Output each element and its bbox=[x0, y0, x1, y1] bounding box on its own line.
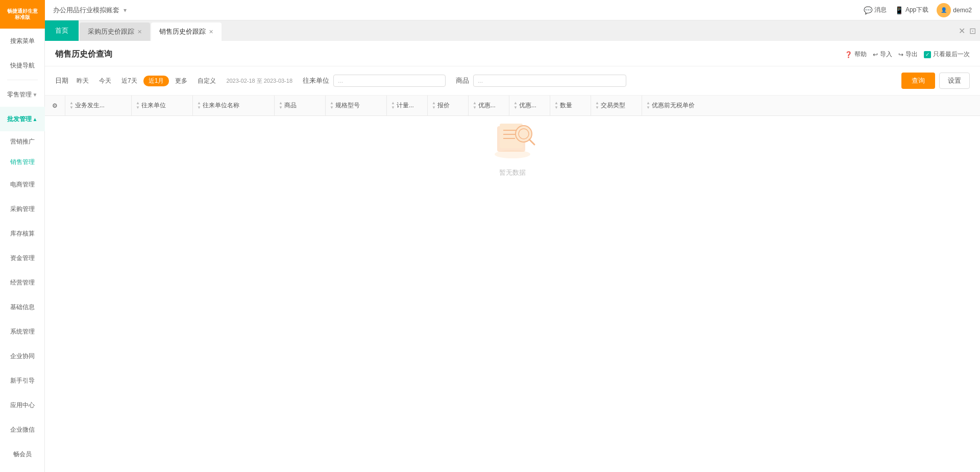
sidebar-label: 企业协同 bbox=[10, 352, 35, 361]
tab-home-label: 首页 bbox=[55, 26, 68, 35]
sidebar-item-search-menu[interactable]: 搜索菜单 bbox=[0, 29, 45, 53]
date-option-1month[interactable]: 近1月 bbox=[143, 76, 169, 86]
avatar: 👤 bbox=[937, 3, 951, 17]
sidebar-item-basic-info[interactable]: 基础信息 bbox=[0, 295, 45, 319]
date-range-text: 2023-02-18 至 2023-03-18 bbox=[226, 77, 292, 85]
sidebar-label: 新手引导 bbox=[10, 376, 35, 385]
sidebar-label: 零售管理 bbox=[7, 90, 32, 99]
sidebar-item-retail-mgmt[interactable]: 零售管理 ▼ bbox=[0, 82, 45, 107]
sort-icon: ▲▼ bbox=[391, 101, 395, 110]
sidebar-label: 采购管理 bbox=[10, 205, 35, 214]
page-content: 销售历史价查询 ❓ 帮助 ↩ 导入 ↪ 导出 ✓ 只看最后一次 bbox=[45, 41, 980, 472]
logo-text: 畅捷通好生意 bbox=[7, 8, 38, 14]
sidebar-label: 库存核算 bbox=[10, 229, 35, 238]
sidebar-label: 经营管理 bbox=[10, 278, 35, 287]
sidebar-item-wholesale-mgmt[interactable]: 批发管理 ▲ bbox=[0, 107, 45, 131]
tab-sales-history[interactable]: 销售历史价跟踪 ✕ bbox=[151, 22, 222, 41]
empty-text: 暂无数据 bbox=[499, 168, 526, 177]
setting-button[interactable]: 设置 bbox=[939, 73, 970, 89]
date-option-more[interactable]: 更多 bbox=[171, 76, 191, 86]
page-header: 销售历史价查询 ❓ 帮助 ↩ 导入 ↪ 导出 ✓ 只看最后一次 bbox=[45, 41, 980, 66]
sidebar-item-newbie-guide[interactable]: 新手引导 bbox=[0, 368, 45, 393]
tab-home[interactable]: 首页 bbox=[45, 20, 79, 41]
tab-maximize-button[interactable]: ⊡ bbox=[969, 26, 976, 36]
sort-icon: ▲▼ bbox=[432, 101, 436, 110]
empty-icon bbox=[487, 116, 538, 162]
sidebar-item-finance-mgmt[interactable]: 资金管理 bbox=[0, 246, 45, 270]
app-download-label: App下载 bbox=[905, 6, 928, 14]
tab-close-sales-icon[interactable]: ✕ bbox=[209, 29, 213, 35]
th-business-date[interactable]: ▲▼ 业务发生... bbox=[65, 96, 132, 116]
date-option-yesterday[interactable]: 昨天 bbox=[72, 76, 93, 86]
sidebar-item-enterprise-collab[interactable]: 企业协同 bbox=[0, 344, 45, 368]
chevron-up-icon: ▲ bbox=[33, 116, 38, 122]
th-label: 往来单位名称 bbox=[203, 101, 239, 110]
sort-icon: ▲▼ bbox=[513, 101, 518, 110]
date-option-today[interactable]: 今天 bbox=[95, 76, 115, 86]
sidebar-label: 快捷导航 bbox=[10, 61, 35, 70]
import-label: 导入 bbox=[880, 50, 892, 59]
th-label: 交易类型 bbox=[601, 101, 625, 110]
date-option-custom[interactable]: 自定义 bbox=[193, 76, 220, 86]
only-last-checkbox-wrapper[interactable]: ✓ 只看最后一次 bbox=[924, 50, 970, 59]
th-spec[interactable]: ▲▼ 规格型号 bbox=[326, 96, 387, 116]
tab-purchase-history[interactable]: 采购历史价跟踪 ✕ bbox=[80, 22, 150, 41]
th-trade-type[interactable]: ▲▼ 交易类型 bbox=[591, 96, 642, 116]
sidebar-item-purchase-mgmt[interactable]: 采购管理 bbox=[0, 197, 45, 221]
sidebar-label: 系统管理 bbox=[10, 327, 35, 336]
message-label: 消息 bbox=[874, 6, 887, 14]
th-label: 业务发生... bbox=[75, 101, 105, 110]
sort-icon: ▲▼ bbox=[69, 101, 74, 110]
th-quantity[interactable]: ▲▼ 数量 bbox=[550, 96, 591, 116]
th-quote[interactable]: ▲▼ 报价 bbox=[428, 96, 469, 116]
th-label: 优惠... bbox=[519, 101, 536, 110]
th-discount2[interactable]: ▲▼ 优惠... bbox=[509, 96, 550, 116]
tab-purchase-history-label: 采购历史价跟踪 bbox=[88, 27, 134, 36]
help-button[interactable]: ❓ 帮助 bbox=[845, 50, 867, 59]
sidebar-label: 企业微信 bbox=[10, 426, 35, 434]
sidebar: 畅捷通好生意 标准版 搜索菜单 快捷导航 零售管理 ▼ 批发管理 ▲ 营销推广 … bbox=[0, 0, 45, 472]
th-partner[interactable]: ▲▼ 往来单位 bbox=[132, 96, 193, 116]
user-avatar-button[interactable]: 👤 demo2 bbox=[937, 3, 972, 17]
tab-close-purchase-icon[interactable]: ✕ bbox=[137, 29, 142, 35]
import-button[interactable]: ↩ 导入 bbox=[873, 50, 892, 59]
sidebar-label: 批发管理 bbox=[7, 115, 32, 124]
th-pretax-price[interactable]: ▲▼ 优惠前无税单价 bbox=[642, 96, 980, 116]
export-button[interactable]: ↪ 导出 bbox=[898, 50, 918, 59]
sidebar-item-sales-mgmt[interactable]: 销售管理 bbox=[0, 152, 45, 172]
topbar-dropdown-icon[interactable]: ▾ bbox=[124, 7, 127, 14]
sidebar-item-wechat-work[interactable]: 企业微信 bbox=[0, 417, 45, 442]
sidebar-item-system-mgmt[interactable]: 系统管理 bbox=[0, 319, 45, 344]
tab-close-all-button[interactable]: ✕ bbox=[959, 26, 965, 36]
sidebar-label: 电商管理 bbox=[10, 180, 35, 189]
sort-icon: ▲▼ bbox=[279, 101, 283, 110]
th-unit[interactable]: ▲▼ 计量... bbox=[387, 96, 428, 116]
page-title: 销售历史价查询 bbox=[55, 49, 112, 60]
sidebar-label: 销售管理 bbox=[10, 158, 35, 167]
th-discount1[interactable]: ▲▼ 优惠... bbox=[469, 96, 509, 116]
query-button[interactable]: 查询 bbox=[901, 73, 935, 89]
import-icon: ↩ bbox=[873, 51, 878, 58]
sidebar-item-vip-member[interactable]: 畅会员 bbox=[0, 442, 45, 466]
sidebar-item-ecom-mgmt[interactable]: 电商管理 bbox=[0, 172, 45, 197]
partner-input[interactable]: ... bbox=[333, 75, 446, 87]
th-goods[interactable]: ▲▼ 商品 bbox=[275, 96, 326, 116]
app-download-button[interactable]: 📱 App下载 bbox=[895, 6, 928, 14]
sort-icon: ▲▼ bbox=[136, 101, 140, 110]
partner-input-dots: ... bbox=[338, 77, 343, 84]
goods-filter: 商品 ... bbox=[456, 75, 626, 87]
sidebar-item-app-center[interactable]: 应用中心 bbox=[0, 393, 45, 417]
date-label: 日期 bbox=[55, 76, 68, 85]
date-options: 昨天 今天 近7天 近1月 更多 自定义 bbox=[72, 76, 220, 86]
th-settings[interactable]: ⚙ bbox=[45, 96, 65, 116]
sidebar-item-marketing[interactable]: 营销推广 bbox=[0, 131, 45, 152]
sidebar-item-business-mgmt[interactable]: 经营管理 bbox=[0, 270, 45, 295]
th-partner-name[interactable]: ▲▼ 往来单位名称 bbox=[193, 96, 275, 116]
checkbox-icon: ✓ bbox=[924, 51, 931, 58]
date-option-7days[interactable]: 近7天 bbox=[117, 76, 141, 86]
sidebar-item-inventory[interactable]: 库存核算 bbox=[0, 221, 45, 246]
goods-input[interactable]: ... bbox=[473, 75, 626, 87]
filter-row: 日期 昨天 今天 近7天 近1月 更多 自定义 2023-02-18 至 202… bbox=[55, 73, 970, 89]
sidebar-item-quick-nav[interactable]: 快捷导航 bbox=[0, 53, 45, 78]
message-button[interactable]: 💬 消息 bbox=[864, 6, 887, 14]
